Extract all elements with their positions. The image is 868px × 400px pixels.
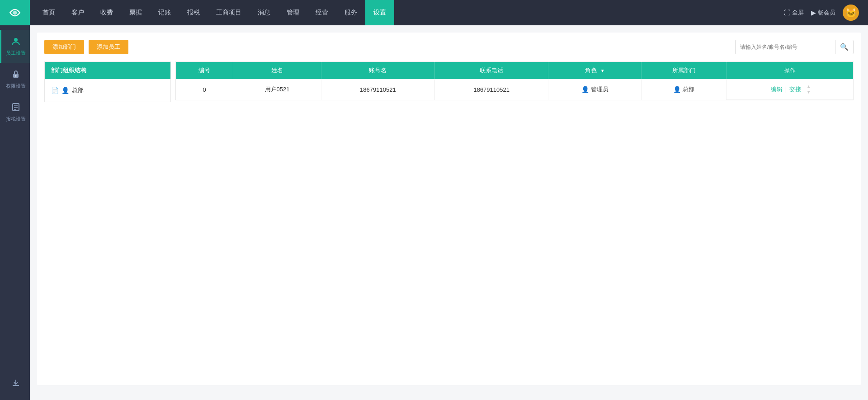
search-input[interactable] — [736, 44, 835, 50]
content-panel: 添加部门 添加员工 🔍 部门组织结构 📄 👤 总部 — [37, 33, 861, 385]
row-scroll-arrows: ▲ ▼ — [807, 84, 811, 95]
employee-table-wrapper: 编号 姓名 账号名 联系电话 角色 ▼ 所属部门 操作 — [175, 61, 854, 100]
sidebar-download[interactable] — [0, 372, 30, 395]
search-icon: 🔍 — [840, 43, 849, 51]
nav-item-tax[interactable]: 报税 — [179, 0, 208, 25]
main-content: 添加部门 添加员工 🔍 部门组织结构 📄 👤 总部 — [30, 25, 868, 400]
nav-item-tickets[interactable]: 票据 — [121, 0, 150, 25]
dept-tree: 部门组织结构 📄 👤 总部 — [44, 61, 171, 102]
employee-table: 编号 姓名 账号名 联系电话 角色 ▼ 所属部门 操作 — [175, 61, 854, 100]
add-employee-button[interactable]: 添加员工 — [89, 40, 128, 54]
dept-node-general[interactable]: 📄 👤 总部 — [51, 84, 164, 97]
cell-account: 18679110521 — [321, 79, 434, 100]
table-area: 部门组织结构 📄 👤 总部 编号 姓名 账号名 — [44, 61, 854, 102]
nav-item-settings[interactable]: 设置 — [365, 0, 394, 25]
search-button[interactable]: 🔍 — [835, 40, 853, 54]
file-icon: 📄 — [51, 87, 59, 94]
vip-button[interactable]: ▶ 畅会员 — [811, 9, 835, 17]
cell-role: 👤 管理员 — [548, 79, 642, 100]
nav-item-commerce[interactable]: 工商项目 — [208, 0, 250, 25]
sidebar-item-employee-label: 员工设置 — [6, 50, 26, 56]
dept-person-icon: 👤 — [673, 86, 681, 93]
cell-actions: 编辑 | 交接 ▲ ▼ — [726, 79, 853, 100]
transfer-action[interactable]: 交接 — [789, 85, 801, 94]
sidebar: 员工设置 权限设置 报税设置 — [0, 25, 30, 400]
nav-item-manage[interactable]: 管理 — [278, 0, 307, 25]
add-dept-button[interactable]: 添加部门 — [44, 40, 84, 54]
report-icon — [11, 102, 21, 113]
nav-right: ⛶ 全屏 ▶ 畅会员 🐱 — [784, 5, 868, 21]
download-icon — [11, 378, 21, 389]
nav-item-fees[interactable]: 收费 — [92, 0, 121, 25]
col-header-phone: 联系电话 — [435, 62, 548, 80]
nav-items: 首页 客户 收费 票据 记账 报税 工商项目 消息 管理 经营 服务 设置 — [30, 0, 784, 25]
fullscreen-icon: ⛶ — [784, 9, 790, 16]
cell-name: 用户0521 — [233, 79, 321, 100]
sidebar-item-permissions[interactable]: 权限设置 — [0, 63, 30, 96]
col-header-id: 编号 — [176, 62, 233, 80]
action-divider: | — [785, 86, 787, 93]
col-header-action: 操作 — [726, 62, 854, 80]
nav-item-home[interactable]: 首页 — [34, 0, 63, 25]
employee-icon — [11, 36, 21, 47]
cell-dept: 👤 总部 — [642, 79, 726, 100]
dept-name: 总部 — [72, 86, 84, 94]
dept-tree-body: 📄 👤 总部 — [45, 79, 170, 102]
avatar[interactable]: 🐱 — [843, 5, 859, 21]
svg-point-2 — [15, 75, 16, 77]
svg-point-0 — [14, 38, 18, 42]
nav-item-messages[interactable]: 消息 — [250, 0, 278, 25]
sidebar-item-tax-settings[interactable]: 报税设置 — [0, 96, 30, 129]
dept-person-icon: 👤 — [61, 87, 69, 94]
avatar-icon: 🐱 — [845, 7, 857, 18]
lock-icon — [11, 69, 21, 80]
col-header-name: 姓名 — [233, 62, 321, 80]
edit-action[interactable]: 编辑 — [771, 85, 783, 94]
up-arrow[interactable]: ▲ — [807, 84, 811, 89]
cell-id: 0 — [176, 79, 233, 100]
sort-icon: ▼ — [600, 68, 605, 73]
sidebar-item-tax-settings-label: 报税设置 — [6, 116, 26, 122]
toolbar: 添加部门 添加员工 🔍 — [44, 40, 854, 54]
nav-item-customer[interactable]: 客户 — [63, 0, 92, 25]
nav-item-accounting[interactable]: 记账 — [150, 0, 179, 25]
down-arrow[interactable]: ▼ — [807, 89, 811, 95]
sidebar-item-permissions-label: 权限设置 — [6, 83, 26, 89]
col-header-account: 账号名 — [321, 62, 434, 80]
sidebar-bottom — [0, 372, 30, 400]
nav-item-service[interactable]: 服务 — [336, 0, 365, 25]
top-nav: 首页 客户 收费 票据 记账 报税 工商项目 消息 管理 经营 服务 设置 ⛶ … — [0, 0, 868, 25]
dept-tree-header: 部门组织结构 — [45, 62, 170, 79]
logo[interactable] — [0, 0, 30, 25]
search-box: 🔍 — [735, 40, 854, 54]
col-header-role: 角色 ▼ — [548, 62, 642, 80]
vip-icon: ▶ — [811, 9, 816, 16]
fullscreen-button[interactable]: ⛶ 全屏 — [784, 9, 804, 17]
sidebar-item-employee[interactable]: 员工设置 — [0, 30, 30, 63]
table-row: 0 用户0521 18679110521 18679110521 👤 管理员 — [176, 79, 854, 100]
nav-item-operation[interactable]: 经营 — [307, 0, 336, 25]
cell-phone: 18679110521 — [435, 79, 548, 100]
col-header-dept: 所属部门 — [642, 62, 726, 80]
role-person-icon: 👤 — [581, 86, 589, 93]
